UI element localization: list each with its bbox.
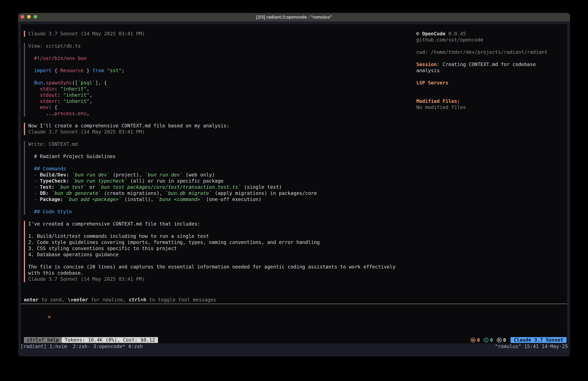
chat-log[interactable]: Claude 3.7 Sonnet (14 May 2025 03:41 PM)… [24,31,413,288]
text-line: © OpenCode 0.0.45 [416,31,564,37]
text-line: github.com/sst/opencode [416,37,564,43]
text-line: # Radiant Project Guidelines [28,153,413,159]
text-line: No modified files [416,104,564,111]
text-line: - Package: `bun add <package>` (install)… [28,196,413,202]
text-line [28,61,413,67]
diagnostic-counters: w0i0h0 [471,337,506,343]
input-divider [21,304,567,304]
text-line: - TypeCheck: `bun run typecheck` (all) o… [28,178,413,184]
text-line: ## Commands [28,166,413,172]
text-line: stderr: "inherit", [28,98,413,104]
text-line [28,49,413,55]
prompt-symbol: > [48,314,51,320]
text-line: Claude 3.7 Sonnet (14 May 2025 03:41 PM) [28,31,413,37]
w-circle-icon: w [471,338,475,342]
text-line [28,147,413,153]
text-line: 1. Build/lint/test commands including ho… [28,233,413,239]
text-line [416,55,564,61]
text-line: cwd: /home/thdxr/dev/projects/radiant/ra… [416,49,564,55]
text-line: - Test: `bun test` or `bun test packages… [28,184,413,190]
model-badge[interactable]: Claude 3.7 Sonnet [510,337,567,343]
text-line: import { Resource } from "sst"; [28,67,413,74]
text-line: #!/usr/bin/env bun [28,55,413,61]
text-line: LSP Servers [416,80,564,86]
status-left: ctrl+? help Tokens: 16.4K (8%), Cost: $0… [24,337,158,343]
text-line: I've created a comprehensive CONTEXT.md … [28,221,413,227]
diagnostic-counter-w: w0 [471,337,480,343]
text-line [416,86,564,92]
text-line [416,43,564,49]
tool-view-block: View: script/db.ts #!/usr/bin/env bun im… [24,43,413,116]
window-titlebar: [2/3] radiant:3:opencode - "romulus" [18,13,570,22]
terminal-window: [2/3] radiant:3:opencode - "romulus" Cla… [18,13,570,357]
text-line: Now I'll create a comprehensive CONTEXT.… [28,123,413,129]
tmux-session-info: "romulus" 15:41 14-May-25 [495,343,568,350]
assistant-message-block: Now I'll create a comprehensive CONTEXT.… [24,123,413,135]
text-line: 3. CSS styling conventions specific to t… [28,246,413,251]
diagnostic-counter-i: i0 [484,337,493,343]
text-line: stdin: "inherit", [28,86,413,92]
diagnostic-counter-h: h0 [497,337,506,343]
text-line: Claude 3.7 Sonnet (14 May 2025 03:41 PM) [28,129,413,135]
text-line: Bun.spawnSync([`psql`], { [28,80,413,86]
opencode-app: Claude 3.7 Sonnet (14 May 2025 03:41 PM)… [21,24,567,343]
text-line: 4. Database operations guidance [28,251,413,258]
i-circle-icon: i [484,338,488,342]
text-line: ## Code Style [28,209,413,215]
text-line [416,92,564,98]
help-hint[interactable]: ctrl+? help [24,337,62,343]
text-line [28,74,413,80]
text-line [416,74,564,80]
text-line: 2. Code style guidelines covering import… [28,239,413,246]
h-circle-icon: h [497,338,502,342]
text-line: Modified Files: [416,98,564,104]
assistant-header-block: Claude 3.7 Sonnet (14 May 2025 03:41 PM) [24,31,413,37]
prompt-input[interactable]: > [24,308,51,326]
tmux-window-list[interactable]: [radiant] 1:nvim 2:zsh- 3:opencode* 4:zs… [20,343,143,350]
text-line: with this codebase. [28,270,413,276]
text-line: analysis [416,67,564,74]
text-line: View: script/db.ts [28,43,413,49]
text-line: Claude 3.7 Sonnet (14 May 2025 03:41 PM) [28,276,413,282]
tool-write-block: Write: CONTEXT.md # Radiant Project Guid… [24,141,413,215]
window-title: [2/3] radiant:3:opencode - "romulus" [18,13,570,21]
desktop: [2/3] radiant:3:opencode - "romulus" Cla… [0,0,588,381]
text-line: - Build/Dev: `bun run dev` (project), `b… [28,172,413,178]
text-line: env: { [28,104,413,111]
sidebar-panel: © OpenCode 0.0.45github.com/sst/opencode… [416,31,564,111]
text-line: stdout: "inherit", [28,92,413,98]
tokens-cost: Tokens: 16.4K (8%), Cost: $0.12 [62,337,158,343]
text-line: Session: Creating CONTEXT.md for codebas… [416,61,564,67]
status-right: w0i0h0 Claude 3.7 Sonnet [471,337,567,343]
text-line [28,202,413,209]
text-line [28,258,413,264]
text-line: ...process.env, [28,111,413,116]
text-line [28,227,413,233]
text-line: The file is concise (20 lines) and captu… [28,264,413,270]
assistant-summary-block: I've created a comprehensive CONTEXT.md … [24,221,413,282]
input-help-line: enter to send, \+enter for newline, ctrl… [24,297,216,303]
status-bar: ctrl+? help Tokens: 16.4K (8%), Cost: $0… [24,337,567,343]
text-line: - DB: `bun db generate` (create migratio… [28,190,413,196]
text-line: Write: CONTEXT.md [28,141,413,147]
text-line [28,159,413,166]
tmux-status-bar: [radiant] 1:nvim 2:zsh- 3:opencode* 4:zs… [18,343,570,350]
